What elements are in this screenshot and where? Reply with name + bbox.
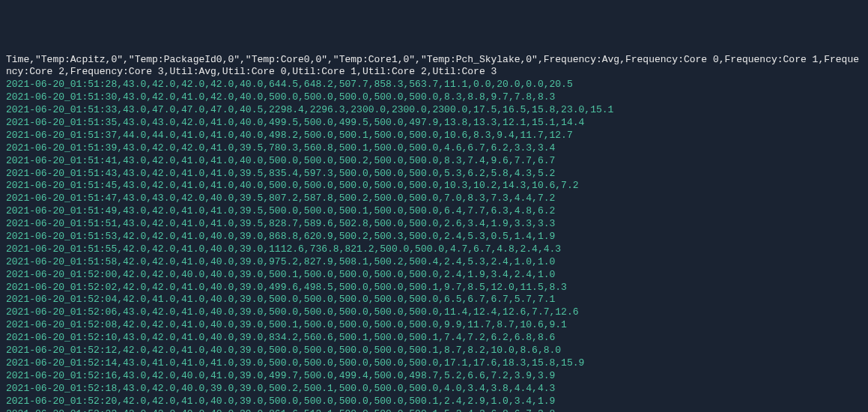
csv-row: 2021-06-20_01:52:16,43.0,42.0,40.0,41.0,… bbox=[6, 370, 555, 381]
csv-row: 2021-06-20_01:51:51,43.0,42.0,41.0,41.0,… bbox=[6, 218, 555, 229]
csv-row: 2021-06-20_01:51:47,43.0,43.0,42.0,40.0,… bbox=[6, 193, 555, 204]
csv-row: 2021-06-20_01:52:10,43.0,42.0,41.0,40.0,… bbox=[6, 332, 555, 343]
csv-row: 2021-06-20_01:51:41,43.0,42.0,41.0,41.0,… bbox=[6, 155, 555, 166]
csv-row: 2021-06-20_01:51:55,42.0,42.0,41.0,40.0,… bbox=[6, 243, 561, 255]
csv-row: 2021-06-20_01:51:49,43.0,42.0,41.0,41.0,… bbox=[6, 205, 555, 216]
csv-row: 2021-06-20_01:52:08,42.0,42.0,41.0,40.0,… bbox=[6, 319, 567, 330]
csv-row: 2021-06-20_01:51:30,43.0,42.0,41.0,42.0,… bbox=[6, 91, 555, 103]
csv-row: 2021-06-20_01:52:00,42.0,42.0,40.0,40.0,… bbox=[6, 269, 555, 280]
csv-row: 2021-06-20_01:51:33,43.0,47.0,47.0,47.0,… bbox=[6, 104, 613, 115]
csv-row: 2021-06-20_01:52:18,43.0,42.0,40.0,39.0,… bbox=[6, 383, 555, 394]
csv-row: 2021-06-20_01:52:23,42.0,42.0,40.0,40.0,… bbox=[6, 408, 555, 413]
csv-row: 2021-06-20_01:51:58,42.0,42.0,41.0,40.0,… bbox=[6, 256, 555, 267]
csv-row: 2021-06-20_01:51:53,42.0,42.0,41.0,40.0,… bbox=[6, 231, 555, 242]
csv-row: 2021-06-20_01:52:12,42.0,42.0,41.0,40.0,… bbox=[6, 345, 561, 356]
csv-row: 2021-06-20_01:52:04,42.0,41.0,41.0,40.0,… bbox=[6, 294, 555, 305]
terminal-output: Time,"Temp:Acpitz,0","Temp:PackageId0,0"… bbox=[6, 54, 862, 412]
csv-row: 2021-06-20_01:52:14,43.0,41.0,41.0,41.0,… bbox=[6, 357, 584, 369]
csv-row: 2021-06-20_01:52:02,42.0,42.0,41.0,40.0,… bbox=[6, 282, 567, 293]
csv-row: 2021-06-20_01:51:28,43.0,42.0,42.0,42.0,… bbox=[6, 79, 573, 90]
csv-data-rows: 2021-06-20_01:51:28,43.0,42.0,42.0,42.0,… bbox=[6, 79, 862, 412]
csv-row: 2021-06-20_01:52:06,43.0,42.0,41.0,40.0,… bbox=[6, 306, 579, 318]
csv-row: 2021-06-20_01:51:39,43.0,42.0,42.0,41.0,… bbox=[6, 142, 555, 154]
csv-row: 2021-06-20_01:51:37,44.0,44.0,41.0,41.0,… bbox=[6, 130, 573, 141]
csv-row: 2021-06-20_01:52:20,42.0,42.0,41.0,40.0,… bbox=[6, 396, 555, 407]
csv-header: Time,"Temp:Acpitz,0","Temp:PackageId0,0"… bbox=[6, 54, 859, 78]
csv-row: 2021-06-20_01:51:43,43.0,42.0,41.0,41.0,… bbox=[6, 168, 555, 179]
csv-row: 2021-06-20_01:51:35,43.0,43.0,42.0,41.0,… bbox=[6, 117, 584, 128]
csv-row: 2021-06-20_01:51:45,43.0,42.0,41.0,41.0,… bbox=[6, 180, 579, 191]
